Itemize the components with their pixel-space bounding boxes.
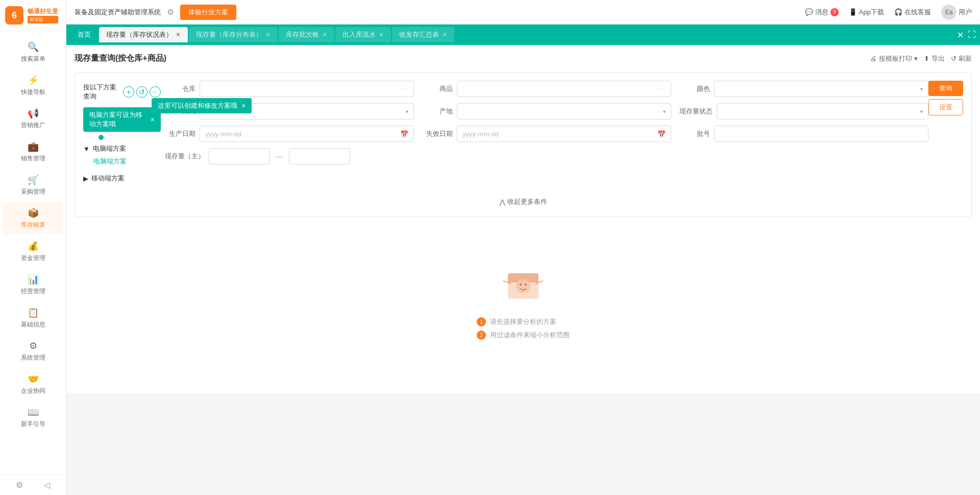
stock-status-select[interactable]: ▾ [717, 103, 928, 120]
trial-button[interactable]: 体验行业方案 [180, 5, 236, 20]
back-scheme-btn[interactable]: ← [150, 86, 161, 98]
tab-close-icon[interactable]: ✕ [442, 31, 447, 38]
header-left: 装备及固定资产辅助管理系统 ⚙ 体验行业方案 [75, 5, 236, 20]
edit-tooltip-close[interactable]: × [241, 102, 246, 110]
scheme-tooltip-close[interactable]: × [151, 115, 155, 124]
empty-tips: 1 请先选择要分析的方案 2 用过滤条件来缩小分析范围 [477, 317, 570, 344]
export-action[interactable]: ⬆ 导出 [924, 54, 945, 63]
print-action[interactable]: 🖨 按模板打印 ▾ [870, 54, 918, 63]
header-right: 💬 消息 9 📱 App下载 🎧 在线客服 Ea 用户 [805, 5, 972, 20]
sidebar: 6 畅通好生意 标准版 🔍 搜索菜单 ⚡ 快捷导航 📢 营销推广 💼 销售管理 … [0, 0, 66, 495]
filter-row-1: 仓库 ··· 商品 ··· [165, 81, 928, 97]
tab-close-icon[interactable]: ✕ [176, 31, 181, 38]
reset-button[interactable]: 设置 [928, 99, 963, 115]
tab-summary[interactable]: 收发存汇总表 ✕ [392, 27, 454, 42]
message-action[interactable]: 💬 消息 9 [805, 8, 839, 17]
sidebar-item-management[interactable]: 📊 经营管理 [3, 269, 63, 301]
user-action[interactable]: Ea 用户 [941, 5, 972, 20]
color-label: 颜色 [679, 84, 710, 93]
collapse-label: 收起更多条件 [507, 197, 547, 206]
sidebar-item-basicinfo[interactable]: 📋 基础信息 [3, 302, 63, 334]
stock-status-select-arrow: ▾ [920, 109, 923, 114]
tab-inventory-dist[interactable]: 现存量（库存分布表） ✕ [189, 27, 278, 42]
arrow-right-icon: ▶ [83, 175, 88, 182]
sales-icon: 💼 [28, 141, 39, 152]
tab-close-icon[interactable]: ✕ [379, 31, 384, 38]
scheme-item-pc[interactable]: 电脑端方案 [83, 155, 161, 168]
tab-close-icon[interactable]: ✕ [265, 31, 271, 38]
expiry-date-input[interactable]: yyyy-mm-dd 📅 [457, 126, 671, 142]
management-icon: 📊 [28, 274, 39, 285]
collapse-bar[interactable]: ⋀ 收起更多条件 [83, 193, 963, 210]
product-dots[interactable]: ··· [659, 84, 666, 93]
range-separator: — [274, 153, 285, 160]
warehouse-input[interactable]: ··· [200, 81, 414, 97]
sidebar-item-search[interactable]: 🔍 搜索菜单 [3, 36, 63, 68]
tab-home[interactable]: 首页 [70, 27, 98, 42]
top-header: 装备及固定资产辅助管理系统 ⚙ 体验行业方案 💬 消息 9 📱 App下载 🎧 … [66, 0, 980, 25]
tab-inventory-status[interactable]: 现存量（库存状况表） ✕ [99, 27, 188, 42]
refresh-scheme-btn[interactable]: ↺ [136, 86, 148, 98]
filter-section: 按以下方案查询 + ↺ ← 电脑方案可设为移动方案哦 × [75, 72, 972, 217]
sidebar-item-collab[interactable]: 🤝 企业协同 [3, 368, 63, 400]
expand-tab-icon[interactable]: ⛶ [968, 30, 976, 39]
prod-date-input[interactable]: yyyy-mm-dd 📅 [200, 126, 414, 142]
sidebar-item-inventory[interactable]: 📦 库存核算 [3, 202, 63, 234]
stock-status-field: 现存量状态 ▾ [679, 103, 928, 120]
svg-point-4 [525, 284, 527, 286]
sidebar-item-sales[interactable]: 💼 销售管理 [3, 136, 63, 168]
sidebar-item-purchase[interactable]: 🛒 采购管理 [3, 169, 63, 201]
edit-tooltip: 这里可以创建和修改方案哦 × [152, 98, 252, 113]
tab-close-icon[interactable]: ✕ [322, 31, 327, 38]
header-settings-icon[interactable]: ⚙ [167, 7, 174, 17]
avatar: Ea [941, 5, 957, 20]
tip-num-2: 2 [477, 331, 486, 340]
color-select[interactable]: ▾ [714, 81, 928, 97]
sidebar-collapse-btn[interactable]: ◁ [44, 480, 50, 490]
finance-icon: 💰 [28, 241, 39, 252]
stock-qty-max-input[interactable] [289, 148, 350, 164]
phone-icon: 📱 [849, 8, 857, 16]
sidebar-settings-btn[interactable]: ⚙ [16, 480, 23, 490]
marketing-icon: 📢 [28, 108, 39, 119]
tab-inout-flow[interactable]: 出入库流水 ✕ [335, 27, 391, 42]
collapse-up-icon: ⋀ [500, 198, 505, 206]
stock-qty-min-input[interactable] [209, 148, 270, 164]
product-input[interactable]: ··· [457, 81, 671, 97]
sidebar-item-settings[interactable]: ⚙ 系统管理 [3, 335, 63, 367]
refresh-action[interactable]: ↺ 刷新 [951, 54, 972, 63]
scheme-panel: 按以下方案查询 + ↺ ← 电脑方案可设为移动方案哦 × [83, 79, 165, 193]
batch-input[interactable] [714, 126, 928, 142]
origin-label: 产地 [422, 107, 453, 116]
scheme-group-mobile-header[interactable]: ▶ 移动端方案 [83, 172, 161, 185]
online-support-action[interactable]: 🎧 在线客服 [894, 8, 931, 17]
search-button[interactable]: 查询 [928, 81, 963, 96]
add-scheme-btn[interactable]: + [123, 86, 134, 98]
sidebar-item-quicknav[interactable]: ⚡ 快捷导航 [3, 69, 63, 102]
app-download-action[interactable]: 📱 App下载 [849, 8, 884, 17]
filter-row-4: 现存量（主） — [165, 148, 928, 164]
tab-batch-account[interactable]: 库存批次账 ✕ [279, 27, 334, 42]
sidebar-item-finance[interactable]: 💰 资金管理 [3, 235, 63, 268]
warehouse-dots[interactable]: ··· [402, 84, 408, 93]
refresh-icon: ↺ [951, 55, 957, 62]
sidebar-item-guide[interactable]: 📖 新手引导 [3, 402, 63, 434]
close-all-tab-icon[interactable]: ✕ [957, 30, 964, 40]
logo-icon: 6 [5, 6, 23, 25]
scheme-group-mobile: ▶ 移动端方案 [83, 172, 161, 185]
purchase-icon: 🛒 [28, 174, 39, 185]
logo-text: 畅通好生意 标准版 [28, 7, 58, 23]
print-dropdown-icon: ▾ [914, 55, 918, 62]
scheme-group-pc-header[interactable]: ▼ 电脑端方案 [83, 142, 161, 155]
sidebar-item-marketing[interactable]: 📢 营销推广 [3, 103, 63, 135]
color-select-arrow: ▾ [920, 86, 923, 92]
tabs-right-controls: ✕ ⛶ [957, 30, 976, 40]
size-select-arrow: ▾ [406, 109, 408, 114]
origin-select[interactable]: ▾ [457, 103, 671, 120]
empty-tip-2: 2 用过滤条件来缩小分析范围 [477, 331, 570, 340]
empty-state: 1 请先选择要分析的方案 2 用过滤条件来缩小分析范围 [75, 217, 972, 385]
empty-tip-1: 1 请先选择要分析的方案 [477, 317, 570, 326]
origin-field: 产地 ▾ [422, 103, 671, 120]
warehouse-label: 仓库 [165, 84, 195, 93]
color-field: 颜色 ▾ [679, 81, 928, 97]
